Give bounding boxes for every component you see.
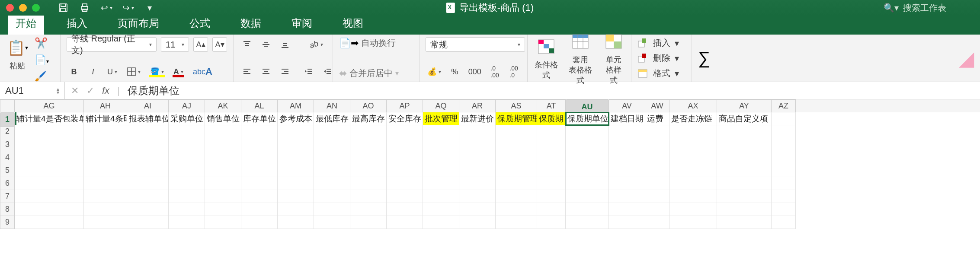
cell[interactable]: 保质期管理 xyxy=(496,112,537,125)
cell[interactable] xyxy=(772,112,796,125)
cell[interactable] xyxy=(459,177,496,190)
cell[interactable] xyxy=(205,138,241,151)
cell[interactable] xyxy=(278,125,314,138)
font-name-select[interactable]: 等线 Regular (正文)▾ xyxy=(67,37,157,52)
insert-cells-button[interactable]: 插入▾ xyxy=(637,37,685,49)
cell[interactable]: 保质期 xyxy=(537,112,566,125)
fx-icon[interactable]: fx xyxy=(102,85,109,96)
cell[interactable]: 商品自定义项 xyxy=(717,112,772,125)
cell[interactable] xyxy=(496,190,537,203)
cell[interactable] xyxy=(15,203,84,216)
cell[interactable] xyxy=(645,125,669,138)
decrease-indent-icon[interactable] xyxy=(301,64,316,79)
align-right-icon[interactable] xyxy=(278,64,292,79)
cell[interactable] xyxy=(772,190,796,203)
cell[interactable] xyxy=(566,151,609,164)
cell[interactable] xyxy=(127,138,169,151)
cell[interactable] xyxy=(537,216,566,229)
cell[interactable] xyxy=(645,138,669,151)
cell[interactable] xyxy=(566,216,609,229)
cell[interactable] xyxy=(772,164,796,177)
cell[interactable] xyxy=(537,151,566,164)
cell[interactable] xyxy=(15,216,84,229)
cell[interactable] xyxy=(717,216,772,229)
tab-data[interactable]: 数据 xyxy=(233,13,269,35)
cell[interactable] xyxy=(669,151,717,164)
column-header-AS[interactable]: AS xyxy=(496,99,537,112)
align-middle-icon[interactable] xyxy=(259,37,273,52)
cell[interactable] xyxy=(314,177,350,190)
cell[interactable] xyxy=(169,203,205,216)
cell[interactable] xyxy=(127,125,169,138)
cell[interactable] xyxy=(84,138,127,151)
cell[interactable] xyxy=(645,203,669,216)
cell[interactable] xyxy=(84,203,127,216)
close-window-button[interactable] xyxy=(6,4,14,12)
cell[interactable]: 销售单位 xyxy=(205,112,241,125)
cell[interactable] xyxy=(84,177,127,190)
delete-cells-button[interactable]: 删除▾ xyxy=(637,52,685,64)
cell[interactable] xyxy=(566,164,609,177)
cell[interactable] xyxy=(459,151,496,164)
cell[interactable] xyxy=(669,177,717,190)
cell[interactable] xyxy=(645,177,669,190)
increase-font-icon[interactable]: A▴ xyxy=(193,37,208,52)
cell[interactable] xyxy=(669,203,717,216)
cell[interactable]: 最新进价 xyxy=(459,112,496,125)
cell[interactable] xyxy=(205,177,241,190)
increase-decimal-icon[interactable]: .0.00 xyxy=(487,64,502,79)
cell[interactable]: 辅计量4是否包装单位 xyxy=(15,112,84,125)
underline-button[interactable]: U▾ xyxy=(105,64,120,79)
cell[interactable] xyxy=(127,203,169,216)
cell[interactable] xyxy=(15,190,84,203)
cell[interactable] xyxy=(423,190,459,203)
align-left-icon[interactable] xyxy=(240,64,254,79)
row-header[interactable]: 1 xyxy=(0,112,15,127)
cell[interactable] xyxy=(496,164,537,177)
align-bottom-icon[interactable] xyxy=(278,37,292,52)
undo-icon[interactable]: ↩▾ xyxy=(100,2,112,14)
cell[interactable] xyxy=(205,151,241,164)
border-button[interactable]: ▾ xyxy=(124,64,143,79)
cell[interactable]: 批次管理 xyxy=(423,112,459,125)
minimize-window-button[interactable] xyxy=(19,4,27,12)
row-header[interactable]: 3 xyxy=(0,138,15,151)
cell[interactable] xyxy=(205,190,241,203)
cell[interactable] xyxy=(350,216,387,229)
cell[interactable] xyxy=(84,216,127,229)
row-header[interactable]: 5 xyxy=(0,164,15,177)
cell[interactable] xyxy=(387,177,423,190)
cell[interactable] xyxy=(645,164,669,177)
cell[interactable] xyxy=(278,151,314,164)
cut-icon[interactable]: ✂️ xyxy=(35,37,49,49)
cell[interactable] xyxy=(278,164,314,177)
formula-input[interactable]: 保质期单位 xyxy=(128,84,179,98)
cell[interactable] xyxy=(15,151,84,164)
cell[interactable] xyxy=(127,190,169,203)
cell[interactable] xyxy=(350,164,387,177)
cell[interactable]: 安全库存 xyxy=(387,112,423,125)
cell[interactable] xyxy=(350,138,387,151)
cell[interactable] xyxy=(717,203,772,216)
wrap-text-label[interactable]: 自动换行 xyxy=(361,37,396,49)
row-header[interactable]: 8 xyxy=(0,203,15,216)
column-header-AJ[interactable]: AJ xyxy=(169,99,205,112)
cell[interactable] xyxy=(609,151,645,164)
row-header[interactable]: 9 xyxy=(0,216,15,229)
column-header-AR[interactable]: AR xyxy=(459,99,496,112)
name-box-spinner[interactable]: ▴▾ xyxy=(57,87,59,94)
column-header-AX[interactable]: AX xyxy=(669,99,717,112)
cell[interactable] xyxy=(278,216,314,229)
phonetic-button[interactable]: abcA xyxy=(190,64,215,79)
column-header-AL[interactable]: AL xyxy=(241,99,278,112)
font-color-button[interactable]: A▾ xyxy=(171,64,186,79)
column-header-AO[interactable]: AO xyxy=(350,99,387,112)
column-header-AM[interactable]: AM xyxy=(278,99,314,112)
cell[interactable] xyxy=(609,138,645,151)
copy-icon[interactable]: 📄▾ xyxy=(35,54,49,66)
cell[interactable]: 库存单位 xyxy=(241,112,278,125)
cell[interactable] xyxy=(350,125,387,138)
format-as-table-button[interactable]: 套用 表格格式 xyxy=(568,31,593,86)
cell[interactable] xyxy=(669,216,717,229)
cell[interactable] xyxy=(387,216,423,229)
